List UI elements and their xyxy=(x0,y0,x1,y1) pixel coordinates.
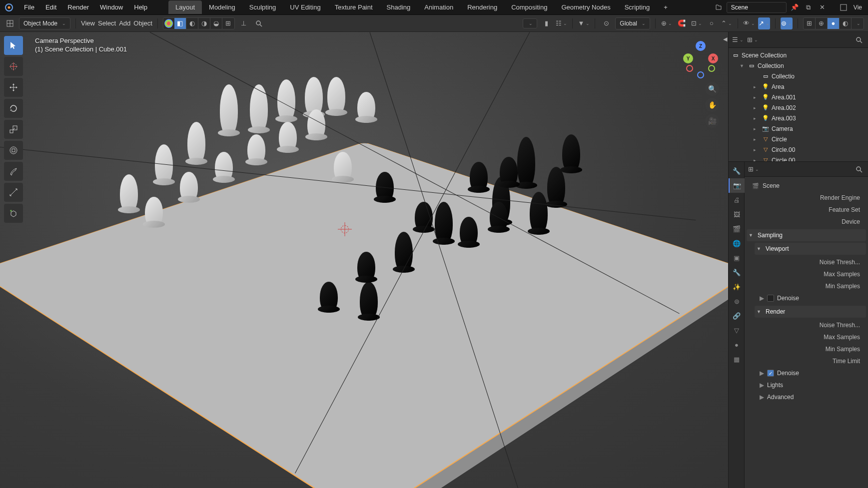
prop-tab-render[interactable]: 📷 xyxy=(729,178,745,193)
3d-viewport[interactable]: ◀ xyxy=(0,32,728,488)
outliner-display-mode-icon[interactable]: ⊞⌄ xyxy=(747,34,759,46)
white-pawn[interactable] xyxy=(279,122,297,153)
prop-tab-physics[interactable]: ⊚ xyxy=(729,294,745,309)
tool-settings-icon[interactable]: ⊥ xyxy=(238,17,250,29)
menu-view[interactable]: View xyxy=(81,19,95,27)
tab-uv-editing[interactable]: UV Editing xyxy=(283,0,327,14)
shading-solid-icon[interactable]: ⊕ xyxy=(816,18,828,29)
black-knight[interactable] xyxy=(547,167,565,208)
prop-tab-texture[interactable]: ▦ xyxy=(729,352,745,367)
black-pawn[interactable] xyxy=(500,157,518,188)
properties-editor-icon[interactable]: ⊞⌄ xyxy=(748,163,760,175)
white-bishop[interactable] xyxy=(187,122,205,165)
menu-edit[interactable]: Edit xyxy=(40,1,61,13)
disclosure-triangle-icon[interactable]: ▸ xyxy=(754,147,760,152)
section-viewport[interactable]: ▼Viewport xyxy=(755,243,866,255)
prop-tab-object[interactable]: ▣ xyxy=(729,251,745,265)
black-knight-2[interactable] xyxy=(395,232,413,273)
disclosure-triangle-icon[interactable]: ▼ xyxy=(740,63,746,68)
prop-tab-data[interactable]: ▽ xyxy=(729,323,745,338)
menu-file[interactable]: File xyxy=(19,1,39,13)
pan-icon[interactable]: ✋ xyxy=(705,98,719,112)
tab-texture-paint[interactable]: Texture Paint xyxy=(328,0,380,14)
proportional-icon[interactable]: ○ xyxy=(706,17,718,29)
tab-modeling[interactable]: Modeling xyxy=(202,0,242,14)
section-sampling[interactable]: ▼Sampling xyxy=(747,229,866,241)
tree-row[interactable]: ▸💡Area.003 xyxy=(729,113,868,123)
delete-scene-icon[interactable]: ✕ xyxy=(817,1,829,13)
scene-name-field[interactable] xyxy=(727,2,787,13)
tool-move[interactable] xyxy=(4,78,23,97)
prop-tab-viewlayer[interactable]: 🖼 xyxy=(729,207,745,222)
prop-tab-particles[interactable]: ✨ xyxy=(729,280,745,294)
tab-geometry-nodes[interactable]: Geometry Nodes xyxy=(554,0,617,14)
overlay-toggle-icon[interactable]: ⊚⌄ xyxy=(781,17,793,29)
tab-layout[interactable]: Layout xyxy=(168,0,202,14)
tab-compositing[interactable]: Compositing xyxy=(504,0,554,14)
white-pawn[interactable] xyxy=(307,109,325,140)
camera-view-icon[interactable]: 🎥 xyxy=(705,114,719,128)
tree-row-collection[interactable]: ▼ ▭ Collection xyxy=(729,60,868,71)
tool-cursor[interactable] xyxy=(4,57,23,76)
tab-sculpting[interactable]: Sculpting xyxy=(242,0,283,14)
prop-tab-tool[interactable]: 🔧 xyxy=(729,164,745,178)
properties-content[interactable]: 🎬 Scene Render Engine Feature Set Device… xyxy=(745,177,868,488)
tree-row[interactable]: ▸📷Camera xyxy=(729,123,868,134)
scene-browse-icon[interactable] xyxy=(713,1,725,13)
denoise-checkbox[interactable] xyxy=(767,295,774,302)
selectability-dropdown[interactable]: ⌄ xyxy=(523,18,537,28)
draw-mode-2-icon[interactable]: ◐ xyxy=(186,18,198,29)
blender-logo-icon[interactable] xyxy=(4,2,14,12)
show-gizmo-icon[interactable]: ▮ xyxy=(540,17,552,29)
menu-object[interactable]: Object xyxy=(133,19,152,27)
tool-rotate[interactable] xyxy=(4,99,23,118)
white-rook-2[interactable] xyxy=(327,77,345,116)
white-rook[interactable] xyxy=(120,174,138,213)
viewlayer-browse-icon[interactable] xyxy=(838,1,850,13)
shading-dropdown-icon[interactable]: ⌄ xyxy=(852,18,864,29)
tool-select-box[interactable] xyxy=(4,36,23,55)
viewport-canvas[interactable] xyxy=(0,32,728,488)
disclosure-triangle-icon[interactable]: ▸ xyxy=(754,137,760,142)
black-pawn[interactable] xyxy=(460,217,478,248)
gizmo-toggle-icon[interactable]: ↗⌄ xyxy=(758,17,770,29)
tab-rendering[interactable]: Rendering xyxy=(460,0,504,14)
black-bishop[interactable] xyxy=(530,192,548,235)
pivot-icon[interactable]: ⊕⌄ xyxy=(661,17,673,29)
axis-neg-y[interactable] xyxy=(708,65,715,72)
disclosure-triangle-icon[interactable]: ▸ xyxy=(754,116,760,121)
black-bishop-2[interactable] xyxy=(435,202,453,245)
axis-neg-x[interactable] xyxy=(686,65,693,72)
tree-row[interactable]: ▸▽Circle xyxy=(729,134,868,144)
draw-mode-4-icon[interactable]: ◒ xyxy=(210,18,222,29)
outliner-editor-icon[interactable]: ☰⌄ xyxy=(732,34,744,46)
transform-orientation-dropdown[interactable]: Global⌄ xyxy=(615,17,650,29)
menu-help[interactable]: Help xyxy=(129,1,152,13)
black-pawn[interactable] xyxy=(357,252,375,283)
shading-matprev-icon[interactable]: ● xyxy=(828,18,840,29)
axis-z[interactable]: Z xyxy=(696,41,706,51)
axis-y[interactable]: Y xyxy=(683,53,693,63)
draw-mode-5-icon[interactable]: ⊞ xyxy=(222,18,234,29)
prop-tab-constraints[interactable]: 🔗 xyxy=(729,309,745,323)
denoise-render-checkbox[interactable]: ✓ xyxy=(767,370,774,377)
tree-row[interactable]: ▭Collectio xyxy=(729,71,868,81)
menu-window[interactable]: Window xyxy=(95,1,128,13)
white-pawn[interactable] xyxy=(357,92,375,123)
shading-rendered-icon[interactable]: ◐ xyxy=(840,18,852,29)
black-pawn[interactable] xyxy=(320,282,338,313)
prop-tab-world[interactable]: 🌐 xyxy=(729,236,745,251)
interaction-mode-dropdown[interactable]: Object Mode⌄ xyxy=(19,17,70,29)
tool-transform[interactable] xyxy=(4,141,23,160)
tab-add-workspace[interactable]: + xyxy=(657,0,675,14)
zoom-icon[interactable]: 🔍 xyxy=(705,82,719,96)
outliner-tree[interactable]: ▭ Scene Collection ▼ ▭ Collection ▭Colle… xyxy=(729,48,868,161)
tree-row[interactable]: ▸💡Area xyxy=(729,81,868,92)
axis-neg-z[interactable] xyxy=(697,71,704,78)
disclosure-triangle-icon[interactable]: ▸ xyxy=(754,84,760,89)
properties-search-icon[interactable] xyxy=(853,163,865,175)
tool-add-primitive[interactable] xyxy=(4,204,23,223)
tree-row[interactable]: ▸💡Area.002 xyxy=(729,102,868,113)
prop-tab-material[interactable]: ● xyxy=(729,338,745,352)
tab-shading[interactable]: Shading xyxy=(380,0,418,14)
